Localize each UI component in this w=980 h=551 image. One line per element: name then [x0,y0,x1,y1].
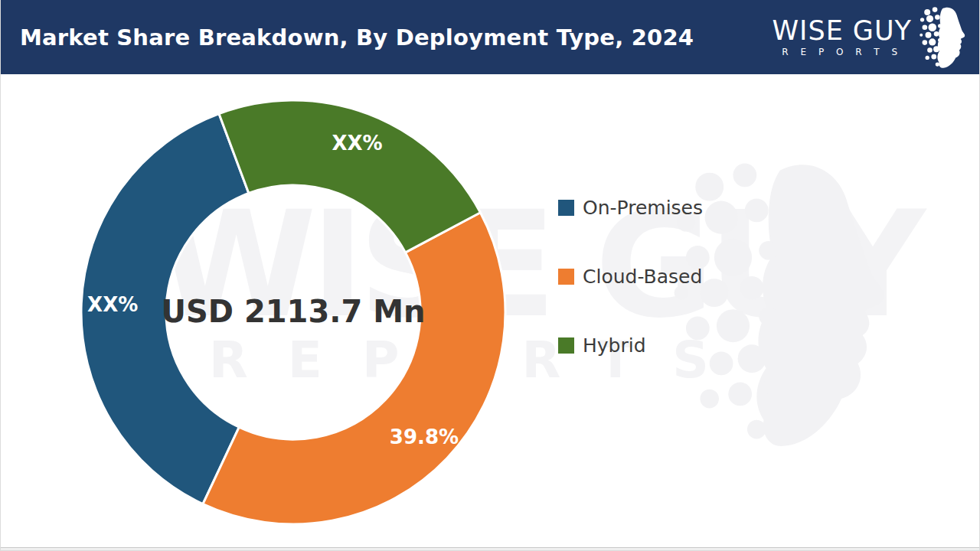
legend-swatch-cloud-based [558,269,574,285]
segment-label-cloud-based: 39.8% [390,425,459,448]
page-title: Market Share Breakdown, By Deployment Ty… [20,24,694,51]
wise-guy-logo: WISE GUY R E P O R T S [772,5,970,70]
legend-swatch-on-premises [558,200,574,216]
legend-item-cloud-based: Cloud-Based [558,265,703,288]
legend-item-hybrid: Hybrid [558,334,703,357]
chart-legend: On-Premises Cloud-Based Hybrid [558,196,703,403]
header-bar: Market Share Breakdown, By Deployment Ty… [1,0,980,74]
legend-label-cloud-based: Cloud-Based [583,267,702,286]
segment-label-hybrid: XX% [332,132,382,155]
pie-segment-hybrid [219,100,480,253]
pie-segment-cloud-based [203,213,505,524]
logo-subtitle: R E P O R T S [782,47,902,57]
logo-text: WISE GUY R E P O R T S [772,18,912,57]
legend-label-on-premises: On-Premises [583,198,703,217]
footer-divider [1,547,979,550]
legend-label-hybrid: Hybrid [583,336,646,355]
infographic-page: Market Share Breakdown, By Deployment Ty… [0,0,980,551]
legend-swatch-hybrid [558,337,574,354]
logo-wordmark: WISE GUY [772,18,912,44]
segment-label-on-premises: XX% [87,293,138,316]
legend-item-on-premises: On-Premises [558,196,703,219]
logo-head-profile-icon [915,5,970,70]
chart-center-value: USD 2113.7 Mn [140,293,446,330]
